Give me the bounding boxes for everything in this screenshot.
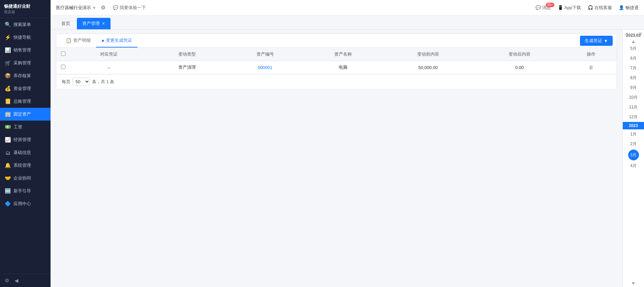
user-menu[interactable]: 👤 畅捷通 — [619, 5, 639, 11]
sales-icon: 📊 — [5, 47, 11, 53]
messages-button[interactable]: 💬 消息 99 — [535, 5, 551, 11]
col-before: 变动前内容 — [382, 48, 474, 61]
col-asset-no: 资产编号 — [226, 48, 304, 61]
tab-home-label: 首页 — [61, 21, 70, 26]
sidebar-item-operations[interactable]: 📈 经营管理 — [0, 133, 51, 146]
cell-change-type: 资产清理 — [148, 61, 226, 74]
sidebar-label-ledger: 总账管理 — [13, 98, 31, 104]
funds-icon: 💰 — [5, 86, 11, 92]
cell-op[interactable]: 🗑 — [565, 61, 617, 74]
per-page-select[interactable]: 50 10 20 100 — [72, 78, 90, 86]
tab-close-icon[interactable]: ✕ — [102, 21, 105, 26]
company-selector[interactable]: 医疗器械行业演示 ▼ — [56, 5, 96, 11]
sidebar-item-salary[interactable]: 💵 工资 — [0, 121, 51, 133]
col-change-type: 变动类型 — [148, 48, 226, 61]
user-label: 畅捷通 — [625, 5, 639, 11]
cal-month-7[interactable]: 7月 — [623, 63, 644, 73]
table-header-row: 对应凭证 变动类型 资产编号 资产名称 变动前内容 变动后内容 操作 — [56, 48, 617, 61]
user-icon: 👤 — [619, 5, 624, 10]
cal-month-10[interactable]: 10月 — [623, 93, 644, 102]
purchase-icon: 🛒 — [5, 60, 11, 66]
inventory-icon: 📦 — [5, 73, 11, 79]
cal-months: 5月 6月 7月 8月 9月 10月 11月 12月 2023 1月 2月 3月… — [623, 44, 644, 281]
cal-month-6[interactable]: 6月 — [623, 54, 644, 63]
sidebar-item-search[interactable]: 🔍 搜索菜单 — [0, 18, 51, 31]
sidebar-item-quick-nav[interactable]: ⚡ 快捷导航 — [0, 31, 51, 44]
cal-month-4[interactable]: 4月 — [623, 161, 644, 171]
cal-month-1[interactable]: 1月 — [623, 129, 644, 139]
calendar-up-icon[interactable]: ▲ — [631, 39, 636, 44]
data-table: 对应凭证 变动类型 资产编号 资产名称 变动前内容 变动后内容 操作 — [56, 48, 617, 74]
table-row: -- 资产清理 000001 电脑 50,000.00 0.00 🗑 — [56, 61, 617, 74]
app-download-icon: 📱 — [558, 5, 563, 10]
sidebar-item-app-center[interactable]: 🔷 应用中心 — [0, 197, 51, 210]
cal-month-9[interactable]: 9月 — [623, 83, 644, 93]
checkbox-header[interactable] — [56, 48, 70, 61]
sidebar-item-system[interactable]: 🔔 系统管理 — [0, 159, 51, 172]
cal-month-5[interactable]: 5月 — [623, 44, 644, 54]
sidebar-item-funds[interactable]: 💰 资金管理 — [0, 82, 51, 95]
fixed-assets-icon: 🏢 — [5, 111, 11, 117]
close-icon[interactable]: ✕ — [639, 31, 643, 36]
app-download-label: App下载 — [564, 5, 581, 11]
per-page-label: 每页 — [62, 79, 70, 85]
feedback-button[interactable]: 💬 我要体验一下 — [113, 5, 146, 11]
enterprise-icon: 🤝 — [5, 175, 11, 181]
calendar-down-icon[interactable]: ▼ — [631, 281, 636, 286]
company-name: 医疗器械行业演示 — [56, 5, 91, 11]
chevron-down-icon: ▼ — [604, 38, 608, 43]
sidebar-label-operations: 经营管理 — [13, 137, 31, 143]
cal-month-3-current[interactable]: 3月 — [628, 150, 639, 160]
calendar-panel: ⤢ ✕ 2023.03 ▲ 5月 6月 7月 8月 9月 10月 11月 12月… — [622, 30, 644, 287]
row-select-checkbox[interactable] — [61, 65, 65, 69]
cal-month-11[interactable]: 11月 — [623, 102, 644, 112]
select-all-checkbox[interactable] — [61, 52, 65, 56]
sidebar-item-ledger[interactable]: 📒 总账管理 — [0, 95, 51, 108]
delete-icon[interactable]: 🗑 — [589, 65, 593, 70]
settings-gear-icon[interactable]: ⚙ — [5, 278, 9, 284]
pagination: 每页 50 10 20 100 条，共 1 条 — [56, 74, 617, 89]
generate-voucher-button[interactable]: 生成凭证 ▼ — [580, 36, 613, 46]
collapse-icon[interactable]: ◀ — [14, 278, 19, 284]
expand-icon[interactable]: ⤢ — [624, 31, 628, 36]
change-voucher-icon: ● — [101, 38, 104, 43]
topbar-settings-icon[interactable]: ⚙ — [101, 4, 105, 11]
sub-tab-change-voucher[interactable]: ● 变更生成凭证 — [96, 34, 137, 47]
cell-asset-no[interactable]: 000001 — [226, 61, 304, 74]
sidebar-item-inventory[interactable]: 📦 库存核算 — [0, 69, 51, 82]
ledger-icon: 📒 — [5, 98, 11, 104]
sidebar-label-app-center: 应用中心 — [13, 201, 31, 207]
tab-bar: 首页 资产管理 ✕ — [51, 15, 644, 30]
generate-voucher-label: 生成凭证 — [585, 38, 602, 44]
tab-home[interactable]: 首页 — [56, 18, 75, 29]
app-download-button[interactable]: 📱 App下载 — [558, 5, 581, 11]
sub-tab-asset-detail-label: 资产明细 — [73, 37, 91, 43]
quick-nav-icon: ⚡ — [5, 34, 11, 40]
sidebar-label-search: 搜索菜单 — [13, 22, 31, 28]
content-card: 📋 资产明细 ● 变更生成凭证 生成凭证 ▼ — [56, 34, 617, 89]
cell-asset-name: 电脑 — [304, 61, 382, 74]
sidebar-menu: 🔍 搜索菜单 ⚡ 快捷导航 📊 销售管理 🛒 采购管理 📦 库存核算 💰 资金管… — [0, 18, 51, 274]
sidebar-item-fixed-assets[interactable]: 🏢 固定资产 — [0, 108, 51, 121]
online-service-icon: 🎧 — [588, 5, 593, 10]
messages-badge: 99 — [546, 3, 554, 7]
total-label: 条，共 1 条 — [92, 79, 114, 85]
sidebar-label-purchase: 采购管理 — [13, 60, 31, 66]
sidebar-label-salary: 工资 — [13, 124, 22, 130]
cal-month-2[interactable]: 2月 — [623, 139, 644, 149]
sidebar-item-purchase[interactable]: 🛒 采购管理 — [0, 57, 51, 69]
sub-tab-asset-detail[interactable]: 📋 资产明细 — [60, 34, 96, 47]
sidebar-item-enterprise[interactable]: 🤝 企业协同 — [0, 172, 51, 185]
sidebar-item-basic-info[interactable]: 🗂 基础信息 — [0, 146, 51, 159]
online-service-button[interactable]: 🎧 在线客服 — [588, 5, 612, 11]
cal-month-8[interactable]: 8月 — [623, 73, 644, 83]
online-service-label: 在线客服 — [594, 5, 612, 11]
tab-asset-management[interactable]: 资产管理 ✕ — [77, 18, 111, 29]
sidebar-item-guide[interactable]: 🆕 新手引导 — [0, 185, 51, 197]
row-checkbox[interactable] — [56, 61, 70, 74]
sidebar-label-basic-info: 基础信息 — [13, 150, 31, 156]
sidebar-item-sales[interactable]: 📊 销售管理 — [0, 44, 51, 57]
cal-month-12[interactable]: 12月 — [623, 112, 644, 122]
col-after: 变动后内容 — [474, 48, 565, 61]
cell-voucher: -- — [70, 61, 148, 74]
